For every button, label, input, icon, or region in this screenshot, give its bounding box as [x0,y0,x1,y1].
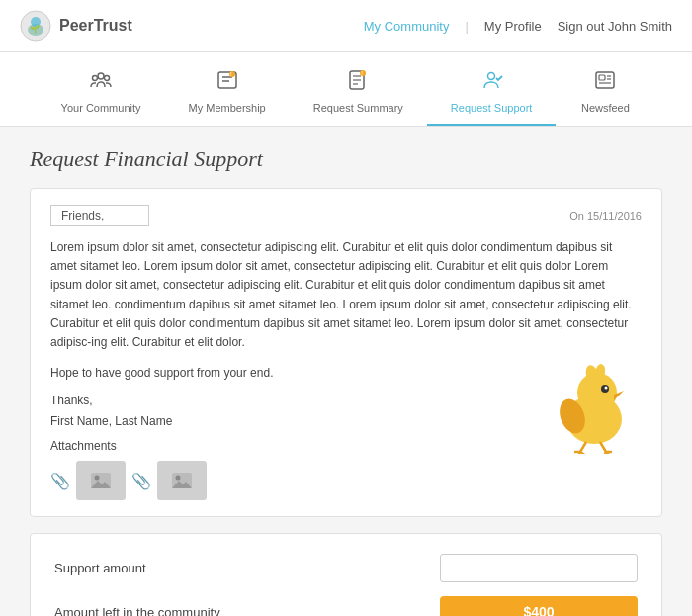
letter-body: Lorem ipsum dolor sit amet, consectetur … [50,238,642,352]
tab-my-membership[interactable]: ! My Membership [165,60,290,126]
svg-point-34 [605,387,608,390]
svg-line-36 [580,442,586,452]
attachment-thumb-2[interactable] [157,461,207,500]
community-amount-row: Amount left in the community $400 [54,596,638,616]
bird-illustration [543,345,642,457]
svg-point-18 [488,73,495,80]
letter-card: Friends, On 15/11/2016 Lorem ipsum dolor… [30,188,662,517]
paperclip-icon-1[interactable]: 📎 [50,472,70,490]
tab-request-support-label: Request Support [451,102,533,114]
tab-newsfeed-label: Newsfeed [581,102,630,114]
attachments-row: 📎 📎 [50,461,642,500]
tab-newsfeed[interactable]: Newsfeed [556,60,654,126]
nav-links: My Community | My Profile Sign out John … [364,19,672,34]
support-amount-row: Support amount [54,554,638,582]
tabbar: Your Community ! My Membership ! Request… [0,52,692,127]
tab-my-membership-label: My Membership [189,102,266,114]
svg-point-5 [93,76,98,81]
page-title: Request Financial Support [30,146,662,172]
header: 🌱 PeerTrust My Community | My Profile Si… [0,0,692,52]
paperclip-icon-2[interactable]: 📎 [131,472,151,490]
your-community-icon [89,68,113,98]
svg-point-29 [176,476,181,481]
main-content: Request Financial Support Friends, On 15… [10,127,682,616]
tab-request-support[interactable]: Request Support [427,60,557,126]
attachment-thumb-1[interactable] [76,461,126,500]
request-summary-icon: ! [346,68,370,98]
my-membership-icon: ! [216,68,239,98]
support-amount-input[interactable] [440,554,638,582]
letter-header: Friends, On 15/11/2016 [50,205,642,226]
svg-point-26 [95,476,100,481]
tab-your-community-label: Your Community [61,102,141,114]
tab-request-summary[interactable]: ! Request Summary [290,60,427,126]
support-amount-label: Support amount [54,561,146,575]
nav-signout[interactable]: Sign out John Smith [558,19,672,34]
tab-request-summary-label: Request Summary [313,102,403,114]
svg-line-39 [580,452,586,454]
logo-text: PeerTrust [59,17,132,35]
support-card: Support amount Amount left in the commun… [30,533,662,616]
svg-rect-20 [599,75,605,80]
svg-text:🌱: 🌱 [30,24,40,34]
newsfeed-icon [593,68,617,98]
tab-your-community[interactable]: Your Community [38,60,165,126]
nav-community[interactable]: My Community [364,19,450,34]
svg-line-40 [600,442,606,452]
request-support-icon [479,68,503,98]
community-amount-label: Amount left in the community [54,605,220,616]
letter-date: On 15/11/2016 [569,210,642,221]
thanks-label: Thanks, [50,394,93,407]
letter-to: Friends, [50,205,149,226]
name-label: First Name, Last Name [50,414,172,428]
svg-point-6 [105,76,110,81]
logo: 🌱 PeerTrust [20,10,132,42]
logo-icon: 🌱 [20,10,51,42]
community-amount-badge: $400 [440,596,638,616]
nav-profile[interactable]: My Profile [484,19,542,34]
nav-separator: | [465,19,468,34]
svg-point-4 [98,73,104,79]
